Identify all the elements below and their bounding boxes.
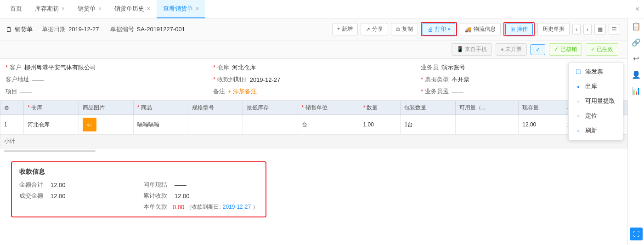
outbound-label: 出库 — [585, 82, 597, 91]
cell-stock: 12.00 — [519, 115, 563, 135]
print-button[interactable]: 🖨 打印 ▾ — [423, 23, 455, 35]
col-stock: 现存量 — [519, 101, 563, 115]
refresh-label: 刷新 — [585, 126, 597, 135]
tab-sales-order[interactable]: 销货单 × — [71, 0, 108, 18]
tab-view-sales-close[interactable]: × — [196, 6, 199, 12]
cell-spec — [188, 115, 243, 135]
address-label: 客户地址 — [6, 75, 29, 84]
verified-button[interactable]: ✓ 已核销 — [549, 43, 582, 56]
staff-label: 业务员 — [421, 63, 439, 72]
sidebar-link-icon[interactable]: 🔗 — [632, 38, 641, 47]
sidebar-user-icon[interactable]: 👤 — [632, 70, 641, 79]
transaction-row: 成交金额 12.00 — [19, 192, 134, 200]
cell-product-img: 🏷 — [79, 115, 133, 135]
project-value: —— — [20, 88, 32, 95]
not-opened-label: 未开票 — [505, 46, 522, 52]
tab-sales-history[interactable]: 销货单历史 × — [108, 0, 157, 18]
nav-prev-button[interactable]: ‹ — [572, 24, 581, 35]
amount-total-row: 金额合计 12.00 — [19, 181, 134, 189]
dropdown-outbound[interactable]: ● 出库 — [569, 79, 623, 94]
effect-button[interactable]: ✓ 已生效 — [586, 43, 618, 56]
list-view-button[interactable]: ☰ — [609, 24, 620, 35]
from-phone-button[interactable]: 📱 来自手机 — [452, 43, 492, 56]
col-product: 商品 — [133, 101, 188, 115]
add-note-button[interactable]: + 添加备注 — [228, 87, 257, 96]
cell-quantity: 1.00 — [359, 115, 401, 135]
dropdown-add-invoice[interactable]: ☐ 添发票 — [569, 64, 623, 79]
history-button[interactable]: 历史单据 — [537, 23, 570, 35]
effect-label: 已生效 — [597, 46, 613, 52]
copy-button[interactable]: ⧉ 复制 — [391, 23, 418, 35]
owe-note: （收款到期日: — [186, 203, 220, 211]
dropdown-locate[interactable]: ○ 定位 — [569, 108, 623, 123]
cell-pack-qty: 1台 — [401, 115, 455, 135]
effect-icon: ✓ — [591, 46, 595, 52]
print-label: 打印 — [435, 25, 446, 33]
tab-view-sales[interactable]: 查看销货单 × — [157, 0, 205, 18]
cell-product: 嗝嗝嗝嗝 — [133, 115, 188, 135]
project-row: 项目 —— — [6, 87, 206, 96]
from-phone-label: 来自手机 — [465, 46, 487, 52]
invoice-type-value: 不开票 — [452, 75, 469, 84]
check-icon: ✓ — [536, 46, 540, 53]
subtotal-label: 小计 — [0, 135, 627, 148]
grid-view-button[interactable]: ▦ — [594, 24, 606, 35]
tab-bar: 首页 库存期初 × 销货单 × 销货单历史 × 查看销货单 × × — [0, 0, 644, 18]
sidebar-doc-icon[interactable]: 📋 — [632, 22, 641, 31]
doc-header: 🗒 销货单 单据日期 2019-12-27 单据编号 SA-20191227-0… — [0, 18, 644, 40]
tab-bar-close[interactable]: × — [635, 5, 639, 13]
cumulative-row: 累计收款 12.00 — [143, 192, 258, 200]
tab-home[interactable]: 首页 — [4, 0, 28, 18]
cell-available — [455, 115, 519, 135]
logistics-button[interactable]: 🚚 物流信息 — [460, 23, 501, 35]
staff2-value: —— — [452, 88, 463, 95]
table-row: 1 河北仓库 🏷 嗝嗝嗝嗝 台 1.00 1台 12.00 12.00 0. — [0, 115, 627, 135]
number-value: SA-20191227-001 — [137, 26, 186, 33]
payment-title: 收款信息 — [19, 168, 258, 176]
check-button[interactable]: ✓ — [531, 44, 545, 55]
quantity-take-icon: ○ — [575, 98, 582, 104]
note-label: 备注 — [213, 87, 225, 96]
payment-box: 收款信息 金额合计 12.00 同单现结 —— 成交金额 12.00 累计收款 … — [11, 161, 266, 217]
dropdown-refresh[interactable]: ○ 刷新 — [569, 123, 623, 138]
owe-note-end: ） — [253, 203, 258, 211]
ops-button[interactable]: ⊞ 操作 — [505, 23, 533, 35]
outbound-icon: ● — [575, 83, 582, 90]
same-order-value: —— — [175, 182, 186, 188]
doc-title: 销货单 — [15, 25, 33, 34]
date-label: 单据日期 — [42, 25, 66, 34]
address-row: 客户地址 —— — [6, 75, 206, 84]
sidebar-undo-icon[interactable]: ↩ — [633, 54, 639, 63]
customer-label: 客户 — [6, 63, 22, 72]
amount-total-value: 12.00 — [51, 182, 66, 188]
form-area: 客户 柳州粤港平安气体有限公司 仓库 河北仓库 业务员 演示账号 客户地址 ——… — [0, 59, 644, 101]
bottom-area: 收款信息 金额合计 12.00 同单现结 —— 成交金额 12.00 累计收款 … — [0, 154, 644, 225]
same-order-row: 同单现结 —— — [143, 181, 258, 189]
new-button[interactable]: + 新增 — [332, 23, 358, 35]
tab-sales-history-close[interactable]: × — [147, 6, 150, 12]
order-table: ⚙ 仓库 商品图片 商品 规格型号 最低库存 销售单位 数量 包装数量 可用量（… — [0, 101, 627, 148]
print-dropdown-arrow: ▾ — [448, 27, 450, 32]
col-available: 可用量（... — [455, 101, 519, 115]
sidebar-expand-button[interactable]: ⛶ — [630, 228, 643, 240]
tab-inventory-close[interactable]: × — [62, 6, 65, 12]
nav-next-button[interactable]: › — [583, 24, 592, 35]
col-pack-qty: 包装数量 — [401, 101, 455, 115]
sidebar-chart-icon[interactable]: 📊 — [632, 86, 641, 95]
tab-sales-order-close[interactable]: × — [98, 6, 102, 12]
col-product-img: 商品图片 — [79, 101, 133, 115]
scroll-area[interactable] — [0, 148, 627, 154]
scroll-thumb — [4, 150, 96, 152]
tab-inventory-start[interactable]: 库存期初 × — [28, 0, 71, 18]
share-button[interactable]: ↗ 分享 — [361, 23, 388, 35]
transaction-label: 成交金额 — [19, 192, 47, 200]
tab-view-sales-label: 查看销货单 — [163, 5, 193, 13]
status-buttons: 📱 来自手机 ● 未开票 ✓ ✓ 已核销 ✓ 已生效 — [452, 43, 618, 56]
dropdown-quantity-take[interactable]: ○ 可用量提取 — [569, 94, 623, 108]
add-invoice-label: 添发票 — [585, 68, 603, 76]
staff-value: 演示账号 — [441, 63, 465, 72]
not-opened-button[interactable]: ● 未开票 — [496, 43, 527, 56]
col-settings[interactable]: ⚙ — [0, 101, 24, 115]
main-content: 🗒 销货单 单据日期 2019-12-27 单据编号 SA-20191227-0… — [0, 18, 644, 245]
cumulative-label: 累计收款 — [143, 192, 171, 200]
